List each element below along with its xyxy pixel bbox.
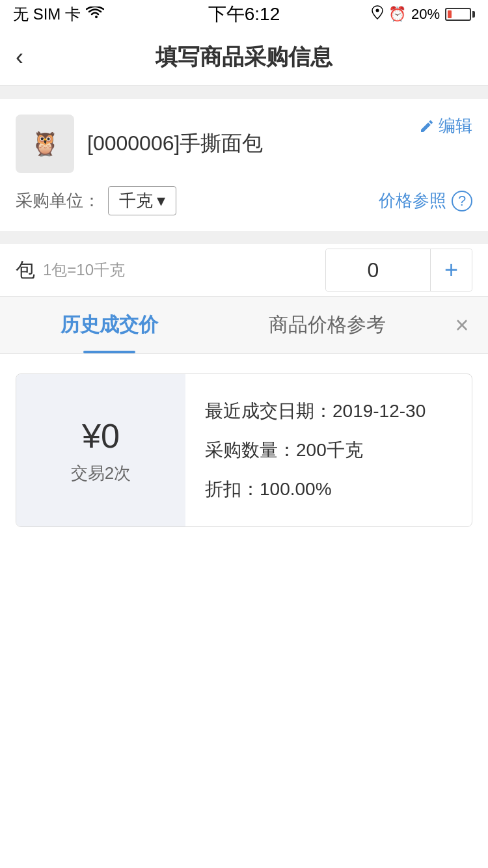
product-card: 🦉 [0000006]手撕面包 编辑 采购单位： 千克 ▾ 价格参照 ?: [0, 99, 488, 231]
tab-underline: [83, 351, 135, 353]
transaction-count: 交易2次: [71, 462, 131, 485]
back-button[interactable]: ‹: [16, 44, 23, 71]
tab-price-reference[interactable]: 商品价格参考: [218, 297, 436, 353]
price-ref-button[interactable]: 价格参照 ?: [379, 189, 472, 212]
battery-percent: 20%: [411, 6, 440, 23]
section-divider: [0, 231, 488, 244]
unit-sub: 1包=10千克: [43, 260, 125, 280]
product-footer: 采购单位： 千克 ▾ 价格参照 ?: [16, 186, 472, 215]
quantity-label: 包 1包=10千克: [16, 257, 125, 284]
bottom-panel: 历史成交价 商品价格参考 × ¥0 交易2次 最近成交日期：2019-12-30…: [0, 296, 488, 868]
product-header: 🦉 [0000006]手撕面包 编辑: [16, 115, 472, 173]
location-icon: [372, 5, 383, 23]
status-right: ⏰ 20%: [372, 5, 475, 23]
alarm-icon: ⏰: [388, 6, 406, 23]
quantity-input[interactable]: [326, 249, 430, 291]
quantity-control: +: [325, 249, 472, 292]
transaction-left: ¥0 交易2次: [16, 374, 185, 526]
tab-close-button[interactable]: ×: [436, 312, 488, 339]
svg-point-0: [375, 9, 379, 12]
product-name: [0000006]手撕面包: [87, 129, 263, 158]
tab-history-price[interactable]: 历史成交价: [0, 297, 218, 353]
carrier-text: 无 SIM 卡: [13, 4, 81, 25]
edit-icon: [419, 118, 435, 134]
tab1-label: 历史成交价: [61, 312, 158, 338]
status-bar: 无 SIM 卡 下午6:12 ⏰ 20%: [0, 0, 488, 29]
status-time: 下午6:12: [208, 2, 280, 27]
tabs-row: 历史成交价 商品价格参考 ×: [0, 297, 488, 354]
unit-dropdown[interactable]: 千克 ▾: [108, 186, 176, 215]
recent-date: 最近成交日期：2019-12-30: [205, 398, 452, 425]
quantity-row: 包 1包=10千克 +: [0, 244, 488, 296]
transaction-card: ¥0 交易2次 最近成交日期：2019-12-30 采购数量：200千克 折扣：…: [16, 373, 472, 527]
product-image: 🦉: [31, 130, 60, 157]
edit-button[interactable]: 编辑: [419, 115, 472, 137]
unit-label: 采购单位：: [16, 189, 100, 212]
product-thumbnail: 🦉: [16, 115, 74, 173]
wifi-icon: [86, 5, 104, 23]
main-content-area: [0, 547, 488, 868]
transaction-right: 最近成交日期：2019-12-30 采购数量：200千克 折扣：100.00%: [185, 374, 472, 526]
unit-section: 采购单位： 千克 ▾: [16, 186, 176, 215]
help-icon: ?: [452, 191, 472, 211]
discount: 折扣：100.00%: [205, 476, 452, 503]
nav-bar: ‹ 填写商品采购信息: [0, 29, 488, 86]
battery-icon: [445, 8, 475, 21]
product-left: 🦉 [0000006]手撕面包: [16, 115, 263, 173]
transaction-price: ¥0: [82, 416, 120, 455]
status-left: 无 SIM 卡: [13, 4, 104, 25]
tab2-label: 商品价格参考: [269, 312, 386, 338]
unit-tag: 包: [16, 257, 35, 284]
quantity-plus-button[interactable]: +: [430, 249, 472, 291]
purchase-quantity: 采购数量：200千克: [205, 437, 452, 464]
page-title: 填写商品采购信息: [156, 42, 332, 72]
